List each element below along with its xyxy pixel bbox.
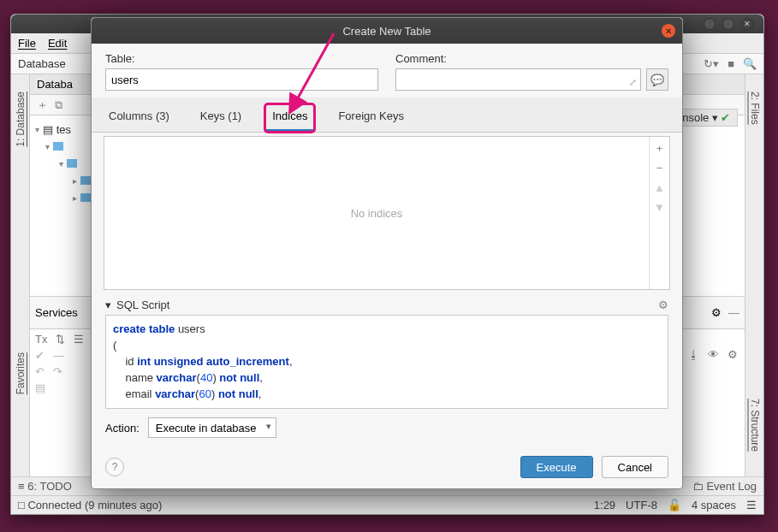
- action-select[interactable]: Execute in database: [148, 417, 276, 438]
- tool-favorites-tab[interactable]: Favorites: [15, 352, 27, 394]
- dash-icon: —: [53, 349, 64, 362]
- chevron-down-icon[interactable]: ▾: [105, 299, 111, 311]
- expand-icon[interactable]: ⤢: [629, 77, 637, 88]
- dialog-titlebar: Create New Table ✕: [92, 18, 682, 44]
- chevron-right-icon[interactable]: ▸: [73, 176, 77, 186]
- dialog-title: Create New Table: [342, 25, 431, 38]
- check-icon[interactable]: ✔: [35, 349, 45, 362]
- tool-structure-tab[interactable]: 7: Structure: [749, 399, 761, 452]
- filter-icon[interactable]: ⇅: [56, 333, 65, 346]
- services-label[interactable]: Services: [35, 306, 78, 319]
- window-close-button[interactable]: ✕: [741, 18, 753, 30]
- window-minimize-button[interactable]: [704, 18, 716, 30]
- database-panel-tab[interactable]: Databa: [37, 78, 73, 91]
- indices-empty-label: No indices: [104, 137, 649, 289]
- redo-icon[interactable]: ↷: [53, 365, 62, 378]
- hide-icon[interactable]: —: [728, 306, 739, 319]
- status-connection: Connected (9 minutes ago): [27, 499, 162, 511]
- ide-status-bar: □ Connected (9 minutes ago) 1:29 UTF-8 🔓…: [11, 495, 763, 514]
- dialog-close-button[interactable]: ✕: [662, 24, 675, 38]
- comment-label: Comment:: [395, 52, 668, 65]
- folder-icon: [80, 193, 91, 202]
- eye-icon[interactable]: 👁: [708, 348, 719, 361]
- status-indent[interactable]: 4 spaces: [692, 499, 736, 511]
- window-maximize-button[interactable]: [722, 18, 734, 30]
- add-datasource-icon[interactable]: ＋: [37, 98, 48, 113]
- tab-keys[interactable]: Keys (1): [193, 104, 248, 132]
- indices-list: No indices + − ▲ ▼: [104, 136, 670, 290]
- undo-icon[interactable]: ↶: [35, 365, 45, 378]
- comment-extra-button[interactable]: 💬: [646, 68, 668, 91]
- chevron-down-icon: ▾: [712, 111, 718, 124]
- refresh-icon[interactable]: ↻▾: [704, 57, 719, 70]
- execute-button[interactable]: Execute: [520, 456, 593, 478]
- action-label: Action:: [105, 422, 140, 434]
- gear-icon[interactable]: ⚙: [728, 348, 738, 361]
- tool-files-tab[interactable]: 2: Files: [749, 92, 761, 125]
- chevron-down-icon[interactable]: ▾: [59, 159, 63, 168]
- menu-edit[interactable]: Edit: [48, 37, 67, 50]
- duplicate-icon[interactable]: ⧉: [55, 98, 62, 112]
- chevron-down-icon[interactable]: ▾: [45, 142, 50, 151]
- tool-database-tab[interactable]: 1: Database: [15, 92, 27, 147]
- dialog-tabs: Columns (3) Keys (1) Indices Foreign Key…: [92, 98, 682, 133]
- tx-label: Tx: [35, 333, 47, 346]
- sql-script-editor[interactable]: create table users ( id int unsigned aut…: [105, 315, 668, 409]
- folder-icon: [67, 159, 77, 168]
- status-caret-position: 1:29: [594, 499, 615, 511]
- sql-script-label: SQL Script: [116, 299, 169, 311]
- table-name-input[interactable]: [105, 68, 378, 91]
- lock-icon[interactable]: 🔓: [668, 499, 681, 511]
- add-index-button[interactable]: +: [656, 142, 663, 155]
- status-menu-icon[interactable]: ☰: [746, 499, 757, 511]
- check-icon: ✔: [721, 111, 730, 124]
- comment-input[interactable]: ⤢: [395, 68, 641, 91]
- create-table-dialog: Create New Table ✕ Table: Comment: ⤢ 💬 C…: [91, 17, 683, 489]
- folder-icon: [80, 176, 91, 185]
- breadcrumb-database[interactable]: Database: [18, 57, 66, 70]
- move-down-button[interactable]: ▼: [654, 201, 665, 214]
- todo-tool-tab[interactable]: ≡ 6: TODO: [18, 480, 72, 493]
- search-icon[interactable]: 🔍: [743, 57, 757, 70]
- db-node-root[interactable]: ▤ tes: [43, 123, 71, 136]
- folder-icon: [53, 142, 63, 151]
- ide-left-gutter: 1: Database Favorites: [11, 74, 30, 476]
- chevron-down-icon[interactable]: ▾: [35, 125, 39, 134]
- tab-foreign-keys[interactable]: Foreign Keys: [331, 104, 411, 132]
- gear-icon[interactable]: ⚙: [711, 306, 722, 319]
- help-button[interactable]: ?: [105, 458, 124, 476]
- tab-columns[interactable]: Columns (3): [102, 104, 176, 132]
- tree-view-icon[interactable]: ☰: [74, 333, 84, 346]
- table-name-label: Table:: [105, 52, 378, 65]
- move-up-button[interactable]: ▲: [654, 181, 665, 194]
- remove-index-button[interactable]: −: [656, 162, 663, 174]
- menu-file[interactable]: File: [18, 37, 36, 50]
- download-icon[interactable]: ⭳: [688, 348, 699, 361]
- stop-icon[interactable]: ■: [728, 57, 734, 70]
- cancel-button[interactable]: Cancel: [602, 456, 668, 478]
- chevron-right-icon[interactable]: ▸: [73, 193, 77, 203]
- event-log-tab[interactable]: 🗀 Event Log: [692, 480, 757, 493]
- gear-icon[interactable]: ⚙: [658, 299, 668, 311]
- list-icon[interactable]: ▤: [35, 381, 45, 394]
- tab-indices[interactable]: Indices: [265, 104, 314, 132]
- status-encoding[interactable]: UTF-8: [626, 499, 657, 511]
- ide-right-gutter: 2: Files 7: Structure: [745, 74, 763, 476]
